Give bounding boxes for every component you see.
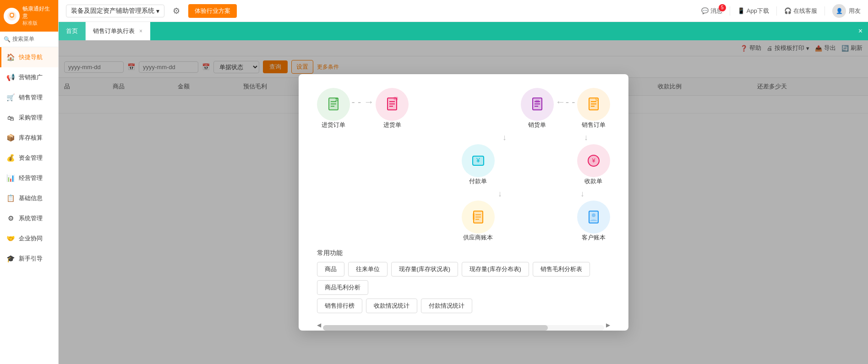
svg-point-1	[11, 14, 13, 16]
inventory-icon: 📦	[6, 133, 15, 142]
modal-body: 进货订单 - - →	[299, 74, 628, 331]
flow-item-supplier-ledger[interactable]: 供应商账本	[462, 201, 495, 242]
logo-icon	[4, 8, 20, 24]
sidebar-item-purchase[interactable]: 🛍 采购管理	[0, 108, 58, 128]
tabbar: 首页 销售订单执行表 × ×	[59, 22, 868, 40]
func-btn-product-profit[interactable]: 商品毛利分析	[317, 280, 368, 295]
func-btn-sales-rank[interactable]: 销售排行榜	[317, 299, 362, 313]
modal-dialog: 进货订单 - - →	[299, 74, 628, 331]
sidebar-nav: 🏠 快捷导航 📢 营销推广 🛒 销售管理 🛍 采购管理 📦 库存核算 💰 资金管…	[0, 47, 58, 364]
sidebar-item-operations[interactable]: 📊 经营管理	[0, 168, 58, 188]
func-btn-product[interactable]: 商品	[317, 262, 344, 277]
finance-icon: 💰	[6, 153, 15, 163]
avatar: 👤	[832, 4, 846, 18]
flow-item-purchase-order[interactable]: 进货订单	[317, 88, 350, 129]
func-btn-stock-status[interactable]: 现存量(库存状况表)	[391, 262, 459, 277]
tab-close-all[interactable]: ×	[853, 27, 868, 35]
func-btn-sales-profit[interactable]: 销售毛利分析表	[533, 262, 590, 277]
logo-text: 畅康通好生意 标准版	[22, 5, 55, 26]
down-arrow-receipt: ↓	[555, 189, 610, 199]
sidebar: 畅康通好生意 标准版 🔍 搜索菜单 🏠 快捷导航 📢 营销推广 🛒 销售管理 🛍…	[0, 0, 59, 364]
purchase-icon: 🛍	[6, 113, 15, 122]
flow-item-purchase-receipt[interactable]: 进货单	[376, 88, 409, 129]
modal-scrollbar-row: ◀ ▶	[317, 320, 610, 331]
sidebar-item-basic-info[interactable]: 📋 基础信息	[0, 188, 58, 208]
sidebar-item-inventory[interactable]: 📦 库存核算	[0, 128, 58, 148]
basic-info-icon: 📋	[6, 194, 15, 203]
common-functions-title: 常用功能	[317, 249, 610, 257]
payment-circle: ¥	[462, 144, 495, 177]
scroll-left-icon[interactable]: ◀	[317, 322, 321, 328]
divider3	[824, 6, 825, 16]
func-btn-stock-dist[interactable]: 现存量(库存分布表)	[462, 262, 529, 277]
down-arrow-sales: ↓	[555, 133, 610, 142]
operations-icon: 📊	[6, 174, 15, 183]
flow-item-customer-ledger[interactable]: 客户账本	[577, 201, 610, 242]
content-area: ❓ 帮助 🖨 按模板打印 ▾ 📤 导出 🔄 刷新	[59, 40, 868, 364]
flow-item-sales-invoice[interactable]: 销货单	[521, 88, 554, 129]
sales-invoice-circle	[521, 88, 554, 121]
service-icon: 🎧	[784, 7, 792, 14]
purchase-receipt-label: 进货单	[383, 121, 401, 129]
modal-scrollbar[interactable]	[323, 325, 604, 331]
svg-text:¥: ¥	[591, 157, 595, 164]
supplier-ledger-circle	[462, 201, 495, 234]
system-select[interactable]: 装备及固定资产辅助管理系统 ▾	[66, 5, 164, 17]
svg-rect-32	[473, 213, 475, 220]
purchase-order-circle	[317, 88, 350, 121]
dropdown-icon: ▾	[156, 7, 159, 15]
sidebar-item-sales[interactable]: 🛒 销售管理	[0, 87, 58, 108]
sales-order-label: 销售订单	[582, 121, 606, 129]
down-arrow-payment: ↓	[473, 189, 528, 199]
customer-ledger-label: 客户账本	[582, 234, 606, 242]
arrow-2: ←- -	[556, 96, 575, 121]
enterprise-icon: 🤝	[6, 234, 15, 243]
supplier-ledger-label: 供应商账本	[463, 234, 493, 242]
settings-button[interactable]: ⚙	[170, 5, 183, 17]
sales-icon: 🛒	[6, 93, 15, 102]
sales-invoice-label: 销货单	[528, 121, 546, 129]
flow-item-sales-order[interactable]: 销售订单	[577, 88, 610, 129]
message-action[interactable]: 💬 消息 5	[701, 7, 722, 15]
function-buttons: 商品 往来单位 现存量(库存状况表) 现存量(库存分布表) 销售毛利分析表 商品…	[317, 262, 610, 295]
sidebar-item-system[interactable]: ⚙ 系统管理	[0, 208, 58, 228]
divider2	[776, 6, 777, 16]
modal-overlay: 进货订单 - - →	[59, 40, 868, 364]
flow-item-payment[interactable]: ¥ 付款单	[462, 144, 495, 185]
tab-close-icon[interactable]: ×	[139, 28, 142, 34]
receipt-circle: ¥	[577, 144, 610, 177]
sidebar-item-enterprise[interactable]: 🤝 企业协同	[0, 228, 58, 249]
scroll-thumb	[323, 325, 548, 331]
arrow-1: - - →	[352, 96, 374, 121]
scroll-right-icon[interactable]: ▶	[606, 322, 610, 328]
marketing-icon: 📢	[6, 73, 15, 82]
trial-button[interactable]: 体验行业方案	[188, 4, 237, 18]
sidebar-search[interactable]: 🔍 搜索菜单	[0, 32, 58, 47]
guide-icon: 🎓	[6, 254, 15, 263]
app-download-action[interactable]: 📱 App下载	[737, 7, 769, 15]
system-icon: ⚙	[6, 214, 15, 223]
func-btn-partner[interactable]: 往来单位	[348, 262, 388, 277]
common-functions: 常用功能 商品 往来单位 现存量(库存状况表) 现存量(库存分布表) 销售毛利分…	[317, 249, 610, 313]
flow-item-receipt[interactable]: ¥ 收款单	[577, 144, 610, 185]
topbar-actions: 💬 消息 5 📱 App下载 🎧 在线客服 👤 用友	[701, 4, 861, 18]
down-arrow-invoice: ↓	[473, 133, 528, 142]
function-buttons-row2: 销售排行榜 收款情况统计 付款情况统计	[317, 299, 610, 313]
online-service-action[interactable]: 🎧 在线客服	[784, 7, 817, 15]
tab-sales-order[interactable]: 销售订单执行表 ×	[86, 22, 150, 40]
sidebar-item-quick-nav[interactable]: 🏠 快捷导航	[0, 47, 58, 67]
sidebar-item-finance[interactable]: 💰 资金管理	[0, 148, 58, 168]
tab-home[interactable]: 首页	[59, 22, 86, 40]
flow-row-2: ¥ 付款单 ¥	[372, 144, 610, 185]
func-btn-payment-stat[interactable]: 付款情况统计	[421, 299, 472, 313]
main-area: 装备及固定资产辅助管理系统 ▾ ⚙ 体验行业方案 💬 消息 5 📱 App下载 …	[59, 0, 868, 364]
payment-label: 付款单	[469, 177, 487, 185]
func-btn-receipt-stat[interactable]: 收款情况统计	[366, 299, 417, 313]
search-icon: 🔍	[4, 36, 11, 43]
svg-point-38	[592, 213, 595, 217]
sidebar-item-marketing[interactable]: 📢 营销推广	[0, 67, 58, 87]
user-area[interactable]: 👤 用友	[832, 4, 861, 18]
quick-nav-icon: 🏠	[6, 53, 15, 62]
sidebar-item-guide[interactable]: 🎓 新手引导	[0, 249, 58, 269]
customer-ledger-circle	[577, 201, 610, 234]
